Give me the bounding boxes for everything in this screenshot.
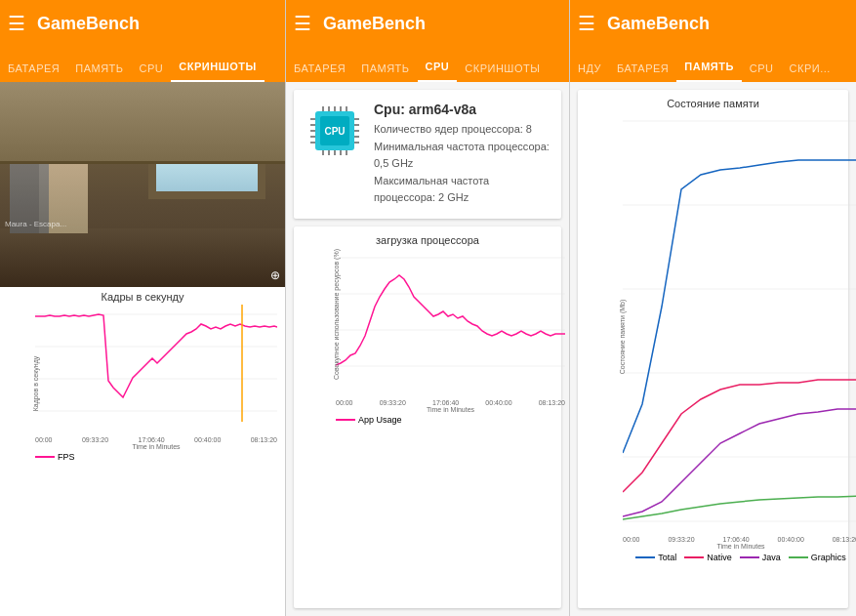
memory-legend-native: Native	[684, 553, 732, 562]
graphics-legend-color	[789, 556, 808, 558]
game-bg: ⚠ Maura - Escapa... ⊕	[0, 82, 285, 287]
app-title-2: GameBench	[323, 14, 426, 34]
java-legend-label: Java	[762, 553, 781, 562]
panel-memory: ☰ GameBench НДУ БАТАРЕЯ ПАМЯТЬ CPU СКРИ.…	[570, 0, 856, 616]
app-title-1: GameBench	[37, 14, 140, 34]
cpu-chip-icon: CPU	[306, 102, 364, 160]
tab-memory-2[interactable]: ПАМЯТЬ	[353, 62, 417, 82]
panel-cpu: ☰ GameBench БАТАРЕЯ ПАМЯТЬ CPU СКРИНШОТЫ…	[286, 0, 570, 616]
cpu-chart-card: загрузка процессора Совокупное использов…	[294, 226, 561, 608]
header-1: ☰ GameBench	[0, 0, 285, 47]
total-legend-color	[635, 556, 655, 558]
tab-screenshots-2[interactable]: СКРИНШОТЫ	[457, 62, 548, 82]
fps-y-label: Кадров в секунду	[32, 345, 39, 423]
panel-3-content: Состояние памяти Состояние памяти (Mb) 1…	[570, 82, 856, 616]
fps-time-2: 17:06:40	[139, 436, 165, 443]
nav-tabs-3: НДУ БАТАРЕЯ ПАМЯТЬ CPU СКРИ...	[570, 47, 856, 82]
java-legend-color	[740, 556, 759, 558]
wall-upper	[0, 82, 285, 164]
fps-time-labels: 00:00 09:33:20 17:06:40 00:40:00 08:13:2…	[35, 436, 277, 443]
cpu-min-freq: Минимальная частота процессора: 0,5 GHz	[374, 139, 550, 173]
memory-chart-card: Состояние памяти Состояние памяти (Mb) 1…	[578, 90, 848, 608]
cpu-info-card: CPU	[294, 90, 561, 219]
tab-ndu-3[interactable]: НДУ	[570, 62, 609, 82]
game-floor	[0, 228, 285, 287]
hamburger-icon-3[interactable]: ☰	[578, 12, 595, 35]
memory-legend: Total Native Java Graphics	[623, 553, 856, 562]
fps-legend-label: FPS	[58, 452, 75, 462]
cpu-chart-svg: 30 20 10 0	[336, 248, 565, 394]
svg-text:CPU: CPU	[324, 126, 345, 137]
memory-legend-java: Java	[740, 553, 781, 562]
game-screenshot: ⚠ Maura - Escapa... ⊕	[0, 82, 285, 287]
fps-chart-wrapper: Кадров в секунду 30 20 10 0	[4, 305, 281, 462]
memory-time-2: 17:06:40	[723, 536, 750, 543]
cpu-time-1: 09:33:20	[380, 399, 406, 406]
app-title-3: GameBench	[607, 14, 710, 34]
native-legend-color	[684, 556, 704, 558]
tab-scr-3[interactable]: СКРИ...	[782, 62, 838, 82]
cpu-legend-color	[336, 419, 355, 421]
cpu-legend: App Usage	[336, 415, 553, 425]
cpu-cores: Количество ядер процессора: 8	[374, 121, 550, 139]
memory-time-3: 00:40:00	[778, 536, 804, 543]
crosshair-icon: ⊕	[270, 268, 280, 282]
fps-time-in-minutes: Time in Minutes	[35, 443, 277, 450]
tab-memory-3[interactable]: ПАМЯТЬ	[676, 61, 742, 82]
memory-chart-wrapper: Состояние памяти (Mb) 1 000 800 600 400 …	[586, 111, 840, 562]
cpu-legend-label: App Usage	[358, 415, 402, 425]
total-legend-label: Total	[658, 553, 676, 562]
header-2: ☰ GameBench	[286, 0, 569, 47]
panel-2-content: CPU	[286, 82, 569, 616]
hamburger-icon-1[interactable]: ☰	[8, 12, 25, 35]
cpu-time-labels: 00:00 09:33:20 17:06:40 00:40:00 08:13:2…	[336, 399, 565, 406]
fps-legend: FPS	[35, 452, 281, 462]
memory-chart-title: Состояние памяти	[586, 98, 840, 109]
tab-memory-1[interactable]: ПАМЯТЬ	[67, 62, 131, 82]
cpu-max-freq: Максимальная частота процессора: 2 GHz	[374, 173, 550, 207]
fps-chart-svg: 30 20 10 0	[35, 305, 277, 431]
cpu-time-in-minutes: Time in Minutes	[336, 406, 565, 413]
tab-screenshots-1[interactable]: СКРИНШОТЫ	[171, 61, 264, 82]
hamburger-icon-2[interactable]: ☰	[294, 12, 311, 35]
memory-legend-graphics: Graphics	[789, 553, 846, 562]
graphics-legend-label: Graphics	[811, 553, 846, 562]
cpu-chart-title: загрузка процессора	[302, 234, 553, 246]
cpu-name: Cpu: arm64-v8a	[374, 102, 550, 117]
cpu-time-4: 08:13:20	[539, 399, 565, 406]
cpu-y-label: Совокупное использование ресурсов (%)	[333, 292, 340, 380]
fps-time-3: 00:40:00	[194, 436, 221, 443]
panel-1-content: ⚠ Maura - Escapa... ⊕ Кадры в секунду Ка…	[0, 82, 285, 616]
fps-time-1: 09:33:20	[82, 436, 108, 443]
tab-cpu-3[interactable]: CPU	[742, 62, 782, 82]
memory-chart-svg: 1 000 800 600 400 200 0	[623, 111, 856, 531]
cpu-details: Cpu: arm64-v8a Количество ядер процессор…	[374, 102, 550, 207]
cpu-chart-wrapper: Совокупное использование ресурсов (%) 30…	[302, 248, 553, 425]
game-subtitle: Maura - Escapa...	[5, 220, 280, 228]
memory-time-1: 09:33:20	[668, 536, 694, 543]
memory-legend-total: Total	[635, 553, 676, 562]
tab-battery-3[interactable]: БАТАРЕЯ	[609, 62, 676, 82]
nav-tabs-1: БАТАРЕЯ ПАМЯТЬ CPU СКРИНШОТЫ	[0, 47, 285, 82]
memory-time-labels: 00:00 09:33:20 17:06:40 00:40:00 08:13:2…	[623, 536, 856, 543]
fps-time-4: 08:13:20	[251, 436, 277, 443]
tab-battery-1[interactable]: БАТАРЕЯ	[0, 62, 67, 82]
panel-screenshots: ☰ GameBench БАТАРЕЯ ПАМЯТЬ CPU СКРИНШОТЫ	[0, 0, 286, 616]
memory-time-4: 08:13:20	[833, 536, 856, 543]
fps-chart-container: Кадры в секунду Кадров в секунду 30 20 1…	[0, 287, 285, 616]
tab-cpu-1[interactable]: CPU	[132, 62, 172, 82]
tab-cpu-2[interactable]: CPU	[418, 61, 458, 82]
header-3: ☰ GameBench	[570, 0, 856, 47]
cpu-legend-item: App Usage	[336, 415, 402, 425]
cpu-time-0: 00:00	[336, 399, 353, 406]
native-legend-label: Native	[707, 553, 732, 562]
fps-chart-title: Кадры в секунду	[4, 291, 281, 303]
memory-time-in-minutes: Time in Minutes	[623, 543, 856, 550]
memory-time-0: 00:00	[623, 536, 640, 543]
tab-battery-2[interactable]: БАТАРЕЯ	[286, 62, 353, 82]
memory-y-label: Состояние памяти (Mb)	[619, 293, 626, 381]
fps-time-0: 00:00	[35, 436, 53, 443]
cpu-time-3: 00:40:00	[485, 399, 511, 406]
nav-tabs-2: БАТАРЕЯ ПАМЯТЬ CPU СКРИНШОТЫ	[286, 47, 569, 82]
fps-legend-color	[35, 456, 55, 458]
